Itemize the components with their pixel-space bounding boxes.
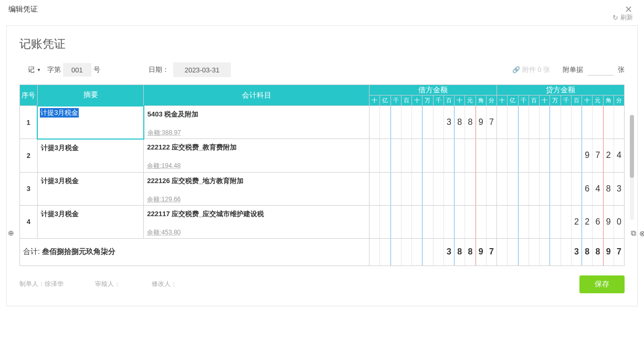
total-label: 合计: 叁佰捌拾捌元玖角柒分 — [20, 238, 369, 265]
summary-cell[interactable]: 计提3月税金 — [37, 172, 144, 205]
row-serial: 3 — [20, 172, 38, 205]
th-digit: 亿 — [508, 95, 518, 106]
modifier-field: 修改人： — [152, 280, 177, 289]
th-credit: 贷方金额 — [497, 85, 625, 95]
plus-icon: ⊕ — [8, 229, 14, 237]
attach-count-suffix: 张 — [618, 65, 625, 74]
th-digit: 十 — [412, 95, 423, 106]
row-serial: 4 — [20, 205, 38, 238]
voucher-footer: 制单人：徐泽华 审核人： 修改人： 保存 — [19, 275, 625, 293]
copy-row-icon[interactable]: ⧉ — [631, 229, 636, 238]
voucher-card: 刷新 记账凭证 记 ▼ 字第 号 日期： 附件 0 张 附单据 张 ⊕ ⧉ — [6, 25, 638, 306]
th-digit: 分 — [614, 95, 624, 106]
th-digit: 十 — [540, 95, 550, 106]
subject-cell[interactable]: 222122 应交税费_教育费附加余额:194.48 — [144, 139, 369, 173]
scrollbar[interactable] — [630, 115, 634, 220]
row-tools: ⧉ ⊗ — [631, 229, 644, 238]
summary-cell[interactable]: 计提3月税金 — [37, 205, 144, 238]
th-digit: 元 — [593, 95, 603, 106]
summary-cell[interactable]: 计提3月税金 — [37, 139, 144, 173]
th-digit: 亿 — [380, 95, 390, 106]
th-digit: 百 — [571, 95, 582, 106]
th-digit: 百 — [444, 95, 454, 106]
th-debit: 借方金额 — [369, 85, 497, 95]
th-digit: 角 — [603, 95, 614, 106]
subject-cell[interactable]: 5403 税金及附加余额:388.97 — [144, 106, 369, 139]
row-serial: 2 — [20, 139, 38, 173]
word-label: 字第 — [47, 65, 61, 74]
th-digit: 千 — [518, 95, 529, 106]
th-digit: 十 — [455, 95, 465, 106]
th-digit: 十 — [369, 95, 380, 106]
th-digit: 万 — [423, 95, 433, 106]
amount-cell[interactable] — [497, 106, 625, 139]
refresh-button[interactable]: 刷新 — [613, 13, 633, 22]
th-serial: 序号 — [20, 85, 38, 106]
attach-count-label: 附单据 — [563, 65, 583, 74]
scrollbar-thumb[interactable] — [630, 115, 634, 178]
voucher-table: 序号 摘要 会计科目 借方金额 贷方金额 十亿千百十万千百十元角分十亿千百十万千… — [19, 84, 625, 266]
modal-header: 编辑凭证 ✕ — [0, 0, 644, 19]
amount-cell[interactable]: 38897 — [497, 238, 625, 265]
th-digit: 千 — [433, 95, 444, 106]
th-digit: 百 — [401, 95, 411, 106]
date-input[interactable] — [173, 62, 231, 77]
th-summary: 摘要 — [37, 85, 144, 106]
th-digit: 分 — [486, 95, 497, 106]
edit-voucher-modal: 编辑凭证 ✕ 刷新 记账凭证 记 ▼ 字第 号 日期： 附件 0 张 附单据 张 — [0, 0, 644, 362]
amount-cell[interactable]: 38897 — [369, 106, 497, 139]
add-row-button[interactable]: ⊕ — [8, 229, 14, 237]
th-digit: 千 — [390, 95, 401, 106]
table-row: 2计提3月税金222122 应交税费_教育费附加余额:194.489724 — [20, 139, 625, 173]
reviewer-field: 审核人： — [95, 280, 120, 289]
voucher-table-wrap: ⊕ ⧉ ⊗ 序号 摘要 会计科目 借方金额 贷方金额 — [19, 84, 625, 266]
amount-cell[interactable] — [369, 139, 497, 173]
number-suffix: 号 — [93, 65, 100, 74]
amount-cell[interactable] — [369, 205, 497, 238]
date-label: 日期： — [149, 65, 169, 74]
chevron-down-icon: ▼ — [37, 68, 41, 72]
th-digit: 千 — [561, 95, 571, 106]
total-row: 合计: 叁佰捌拾捌元玖角柒分3889738897 — [20, 238, 625, 265]
attachment-link[interactable]: 附件 0 张 — [512, 65, 550, 74]
creator-field: 制单人：徐泽华 — [19, 280, 64, 289]
summary-cell[interactable]: 计提3月税金 — [37, 106, 144, 139]
amount-cell[interactable]: 9724 — [497, 139, 625, 173]
table-row: 1计提3月税金5403 税金及附加余额:388.9738897 — [20, 106, 625, 139]
save-button[interactable]: 保存 — [579, 275, 625, 293]
th-digit: 万 — [550, 95, 561, 106]
table-row: 3计提3月税金222126 应交税费_地方教育附加余额:129.666483 — [20, 172, 625, 205]
th-digit: 元 — [465, 95, 476, 106]
amount-cell[interactable]: 22690 — [497, 205, 625, 238]
amount-cell[interactable]: 6483 — [497, 172, 625, 205]
voucher-number-input[interactable] — [63, 63, 91, 77]
amount-cell[interactable] — [369, 172, 497, 205]
th-digit: 角 — [476, 95, 486, 106]
th-subject: 会计科目 — [144, 85, 369, 106]
delete-row-icon[interactable]: ⊗ — [639, 229, 644, 238]
amount-cell[interactable]: 38897 — [369, 238, 497, 265]
th-digit: 十 — [582, 95, 593, 106]
modal-title: 编辑凭证 — [8, 5, 38, 14]
th-digit: 百 — [529, 95, 539, 106]
th-digit: 十 — [497, 95, 508, 106]
row-serial: 1 — [20, 106, 38, 139]
table-row: 4计提3月税金222117 应交税费_应交城市维护建设税余额:453.80226… — [20, 205, 625, 238]
subject-cell[interactable]: 222126 应交税费_地方教育附加余额:129.66 — [144, 172, 369, 205]
voucher-word-select[interactable]: 记 ▼ — [24, 63, 45, 77]
attach-count-input[interactable] — [587, 64, 614, 76]
subject-cell[interactable]: 222117 应交税费_应交城市维护建设税余额:453.80 — [144, 205, 369, 238]
page-title: 记账凭证 — [19, 36, 625, 52]
voucher-header-row: 记 ▼ 字第 号 日期： 附件 0 张 附单据 张 — [19, 62, 625, 77]
